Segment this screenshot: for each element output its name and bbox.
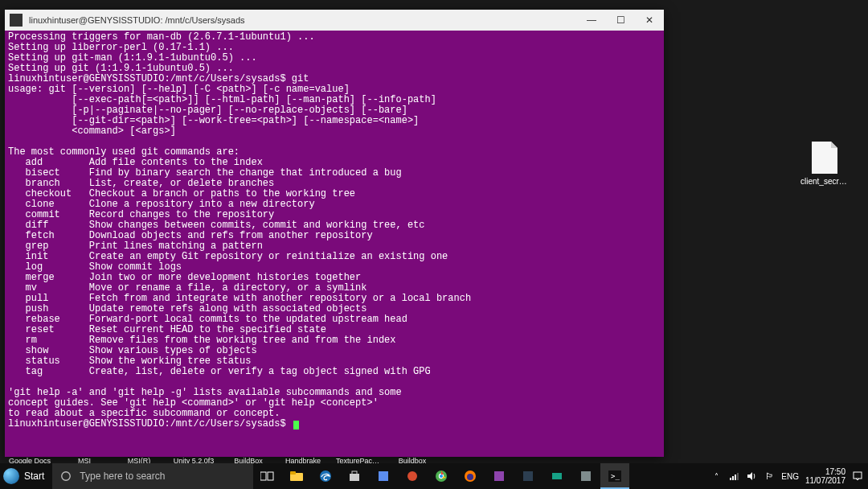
svg-point-9 [407, 471, 417, 481]
tray-overflow-button[interactable]: ˄ [710, 471, 722, 482]
terminal-app-icon [10, 14, 23, 27]
tray-flag-icon[interactable]: 🏳 [764, 471, 775, 482]
tray-language[interactable]: ENG [781, 472, 799, 481]
taskbar-app-edge[interactable] [311, 463, 340, 489]
taskbar-app-generic-2[interactable] [398, 463, 427, 489]
svg-point-14 [467, 474, 473, 480]
taskbar-app-generic-1[interactable] [369, 463, 398, 489]
taskbar-app-generic-3[interactable] [485, 463, 514, 489]
svg-rect-18 [581, 471, 591, 481]
window-title: linuxhintuser@GENYSISSTUDIO: /mnt/c/User… [27, 15, 577, 25]
tray-clock[interactable]: 17:50 11/07/2017 [805, 467, 845, 485]
maximize-button[interactable]: ☐ [606, 10, 635, 31]
taskbar-app-generic-4[interactable] [514, 463, 542, 489]
terminal-prompt: linuxhintuser@GENYSISSTUDIO:/mnt/c/Users… [8, 418, 292, 429]
svg-rect-22 [732, 476, 734, 480]
taskbar-app-generic-6[interactable] [571, 463, 600, 489]
svg-rect-8 [379, 471, 388, 481]
svg-point-0 [62, 472, 71, 481]
close-button[interactable]: ✕ [635, 10, 664, 31]
taskbar-app-store[interactable] [340, 463, 369, 489]
terminal-window: linuxhintuser@GENYSISSTUDIO: /mnt/c/User… [5, 10, 664, 457]
window-controls: — ☐ ✕ [577, 10, 664, 31]
cortana-icon [60, 471, 72, 482]
taskbar-apps: >_ [253, 463, 629, 489]
svg-rect-26 [854, 472, 862, 479]
task-view-button[interactable] [253, 463, 282, 489]
desktop-file-label: client_secre… [800, 177, 849, 186]
svg-point-12 [440, 475, 443, 478]
svg-rect-17 [552, 473, 562, 479]
tray-time: 17:50 [805, 467, 845, 476]
svg-rect-2 [268, 472, 273, 480]
svg-rect-1 [260, 472, 266, 480]
search-input[interactable]: Type here to search [52, 463, 253, 489]
desktop-file-client-secret[interactable]: client_secre… [800, 142, 849, 186]
taskbar-app-terminal-active[interactable]: >_ [600, 463, 629, 489]
svg-rect-16 [523, 471, 533, 481]
start-label: Start [24, 471, 44, 482]
file-icon [812, 142, 837, 174]
tray-volume-icon[interactable] [746, 471, 757, 482]
svg-rect-24 [737, 473, 739, 480]
taskbar: Start Type here to search [0, 463, 868, 489]
system-tray: ˄ 🏳 ENG 17:50 11/07/2017 [710, 467, 868, 485]
tray-notifications-icon[interactable] [852, 471, 863, 482]
minimize-button[interactable]: — [577, 10, 606, 31]
terminal-cursor [293, 421, 299, 429]
svg-marker-25 [747, 472, 752, 480]
svg-rect-15 [494, 471, 504, 481]
svg-rect-23 [735, 475, 736, 480]
search-placeholder: Type here to search [80, 471, 165, 482]
tray-date: 11/07/2017 [805, 476, 845, 485]
svg-rect-21 [730, 478, 731, 480]
taskbar-app-explorer[interactable] [282, 463, 311, 489]
taskbar-app-generic-5[interactable] [542, 463, 571, 489]
tray-network-icon[interactable] [728, 471, 739, 482]
start-orb-icon [3, 468, 19, 484]
terminal-body[interactable]: Processing triggers for man-db (2.6.7.1-… [5, 31, 664, 457]
svg-text:>_: >_ [611, 472, 620, 480]
svg-rect-4 [290, 471, 296, 475]
start-button[interactable]: Start [0, 463, 52, 489]
taskbar-app-chrome[interactable] [427, 463, 456, 489]
taskbar-app-firefox[interactable] [456, 463, 485, 489]
titlebar[interactable]: linuxhintuser@GENYSISSTUDIO: /mnt/c/User… [5, 10, 664, 31]
